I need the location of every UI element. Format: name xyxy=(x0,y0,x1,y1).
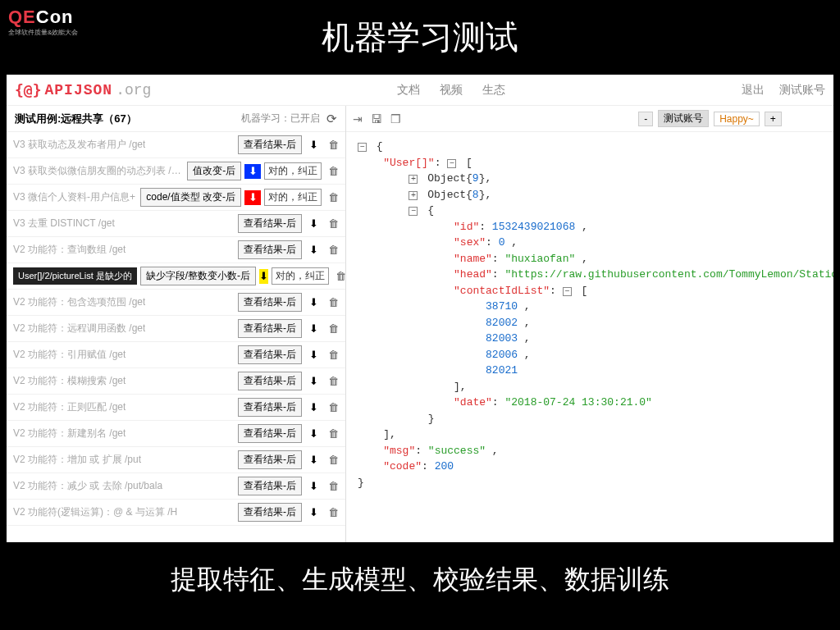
test-row[interactable]: V2 功能符(逻辑运算)：@ & 与运算 /H查看结果-后⬇🗑 xyxy=(7,500,345,526)
trash-icon[interactable]: 🗑 xyxy=(328,506,339,518)
download-icon[interactable]: ⬇ xyxy=(305,243,322,258)
result-button[interactable]: 值改变-后 xyxy=(187,162,241,180)
row-label: V2 功能符：查询数组 /get xyxy=(13,243,126,257)
test-row[interactable]: User[]/2/pictureList 是缺少的缺少字段/整数变小数-后⬇对的… xyxy=(7,263,345,290)
row-label: V2 功能符：正则匹配 /get xyxy=(13,400,126,414)
tab-plus[interactable]: + xyxy=(765,112,782,126)
result-button[interactable]: code/值类型 改变-后 xyxy=(140,188,241,207)
download-icon[interactable]: ⬇ xyxy=(244,164,261,179)
row-label: V2 功能符：模糊搜索 /get xyxy=(13,374,126,388)
trash-icon[interactable]: 🗑 xyxy=(328,375,339,387)
download-icon[interactable]: ⬇ xyxy=(305,295,322,310)
test-case-list: V3 获取动态及发布者用户 /get查看结果-后⬇🗑V3 获取类似微信朋友圈的动… xyxy=(7,132,345,542)
tab-happy[interactable]: Happy~ xyxy=(714,112,760,126)
test-row[interactable]: V2 功能符：新建别名 /get查看结果-后⬇🗑 xyxy=(7,421,345,447)
download-icon[interactable]: ⬇ xyxy=(305,138,322,153)
download-icon[interactable]: ⬇ xyxy=(305,374,322,389)
download-icon[interactable]: ⬇ xyxy=(305,322,322,336)
brand-org: .org xyxy=(116,82,151,98)
test-case-panel: 测试用例:远程共享（67） 机器学习：已开启 ⟳ V3 获取动态及发布者用户 /… xyxy=(7,106,346,542)
topbar: {@} APIJSON .org 文档 视频 生态 退出 测试账号 xyxy=(7,75,833,106)
row-label: V2 功能符(逻辑运算)：@ & 与运算 /H xyxy=(13,505,177,519)
result-button[interactable]: 缺少字段/整数变小数-后 xyxy=(140,267,256,285)
trash-icon[interactable]: 🗑 xyxy=(328,139,339,151)
save-icon[interactable]: 🖫 xyxy=(371,112,382,126)
json-viewer[interactable]: − { "User[]": − [ + Object{9}, + Object{… xyxy=(346,132,833,542)
download-icon[interactable]: ⬇ xyxy=(305,479,322,494)
download-icon[interactable]: ⬇ xyxy=(305,217,322,231)
test-row[interactable]: V3 去重 DISTINCT /get查看结果-后⬇🗑 xyxy=(7,211,345,237)
result-button[interactable]: 查看结果-后 xyxy=(238,240,302,259)
result-button[interactable]: 查看结果-后 xyxy=(238,503,302,522)
download-icon[interactable]: ⬇ xyxy=(305,348,322,363)
row-label: V3 去重 DISTINCT /get xyxy=(13,217,115,231)
download-icon[interactable]: ⬇ xyxy=(259,269,268,284)
test-row[interactable]: V2 功能符：模糊搜索 /get查看结果-后⬇🗑 xyxy=(7,368,345,395)
indent-icon[interactable]: ⇥ xyxy=(353,112,363,126)
download-icon[interactable]: ⬇ xyxy=(244,190,261,205)
test-row[interactable]: V2 功能符：远程调用函数 /get查看结果-后⬇🗑 xyxy=(7,316,345,342)
tab-test-account[interactable]: 测试账号 xyxy=(658,110,709,127)
correct-button[interactable]: 对的，纠正 xyxy=(264,189,322,206)
result-button[interactable]: 查看结果-后 xyxy=(238,135,302,154)
trash-icon[interactable]: 🗑 xyxy=(336,270,345,282)
trash-icon[interactable]: 🗑 xyxy=(328,427,339,440)
nav-eco[interactable]: 生态 xyxy=(482,83,505,98)
row-label: V2 功能符：远程调用函数 /get xyxy=(13,322,145,336)
nav-test-account[interactable]: 测试账号 xyxy=(779,83,825,98)
test-row[interactable]: V2 功能符：包含选项范围 /get查看结果-后⬇🗑 xyxy=(7,290,345,316)
nav-video[interactable]: 视频 xyxy=(440,83,463,98)
trash-icon[interactable]: 🗑 xyxy=(328,322,339,335)
nav-logout[interactable]: 退出 xyxy=(742,83,765,98)
trash-icon[interactable]: 🗑 xyxy=(328,480,339,492)
error-tooltip: User[]/2/pictureList 是缺少的 xyxy=(13,267,137,285)
test-row[interactable]: V2 功能符：引用赋值 /get查看结果-后⬇🗑 xyxy=(7,342,345,368)
trash-icon[interactable]: 🗑 xyxy=(328,244,339,256)
trash-icon[interactable]: 🗑 xyxy=(328,165,339,177)
correct-button[interactable]: 对的，纠正 xyxy=(272,267,329,285)
download-icon[interactable]: ⬇ xyxy=(305,505,322,520)
test-row[interactable]: V2 功能符：增加 或 扩展 /put查看结果-后⬇🗑 xyxy=(7,447,345,473)
row-label: V3 微信个人资料-用户信息+ xyxy=(13,190,135,204)
result-button[interactable]: 查看结果-后 xyxy=(238,214,302,233)
test-row[interactable]: V2 功能符：正则匹配 /get查看结果-后⬇🗑 xyxy=(7,395,345,421)
test-row[interactable]: V2 功能符：减少 或 去除 /put/bala查看结果-后⬇🗑 xyxy=(7,473,345,500)
result-button[interactable]: 查看结果-后 xyxy=(238,450,302,469)
slide-footer: 提取特征、生成模型、校验结果、数据训练 xyxy=(0,542,840,618)
result-button[interactable]: 查看结果-后 xyxy=(238,293,302,312)
trash-icon[interactable]: 🗑 xyxy=(328,296,339,308)
test-row[interactable]: V3 获取类似微信朋友圈的动态列表 /get值改变-后⬇对的，纠正🗑 xyxy=(7,158,345,185)
refresh-icon[interactable]: ⟳ xyxy=(326,112,337,126)
test-row[interactable]: V3 获取动态及发布者用户 /get查看结果-后⬇🗑 xyxy=(7,132,345,158)
trash-icon[interactable]: 🗑 xyxy=(328,401,339,413)
result-button[interactable]: 查看结果-后 xyxy=(238,372,302,390)
test-row[interactable]: V3 微信个人资料-用户信息+code/值类型 改变-后⬇对的，纠正🗑 xyxy=(7,185,345,211)
result-button[interactable]: 查看结果-后 xyxy=(238,477,302,495)
download-icon[interactable]: ⬇ xyxy=(305,453,322,468)
brand-icon: {@} xyxy=(15,81,42,98)
nav-docs[interactable]: 文档 xyxy=(397,83,420,98)
correct-button[interactable]: 对的，纠正 xyxy=(264,162,322,180)
panel-title: 测试用例:远程共享（67） xyxy=(15,112,137,126)
row-label: V3 获取类似微信朋友圈的动态列表 /get xyxy=(13,164,184,178)
result-panel: ⇥ 🖫 ❒ - 测试账号 Happy~ + ⬇ ⇶ 👕 − { "User[]"… xyxy=(346,106,833,542)
trash-icon[interactable]: 🗑 xyxy=(328,191,339,203)
layers-icon[interactable]: ❒ xyxy=(390,112,401,126)
download-icon[interactable]: ⬇ xyxy=(305,400,322,415)
ml-status: 机器学习：已开启 xyxy=(241,112,320,126)
result-button[interactable]: 查看结果-后 xyxy=(238,345,302,364)
test-row[interactable]: V2 功能符：查询数组 /get查看结果-后⬇🗑 xyxy=(7,237,345,263)
download-icon[interactable]: ⬇ xyxy=(305,427,322,441)
result-button[interactable]: 查看结果-后 xyxy=(238,424,302,443)
trash-icon[interactable]: 🗑 xyxy=(328,349,339,361)
trash-icon[interactable]: 🗑 xyxy=(328,454,339,466)
trash-icon[interactable]: 🗑 xyxy=(328,217,339,230)
tab-minus[interactable]: - xyxy=(638,112,653,126)
conference-logo: QECon 全球软件质量&效能大会 xyxy=(8,7,78,37)
row-label: V2 功能符：包含选项范围 /get xyxy=(13,295,145,309)
result-button[interactable]: 查看结果-后 xyxy=(238,319,302,338)
brand-name: APIJSON xyxy=(45,82,113,98)
result-button[interactable]: 查看结果-后 xyxy=(238,398,302,417)
row-label: V2 功能符：引用赋值 /get xyxy=(13,348,126,362)
brand[interactable]: {@} APIJSON .org xyxy=(15,81,151,98)
